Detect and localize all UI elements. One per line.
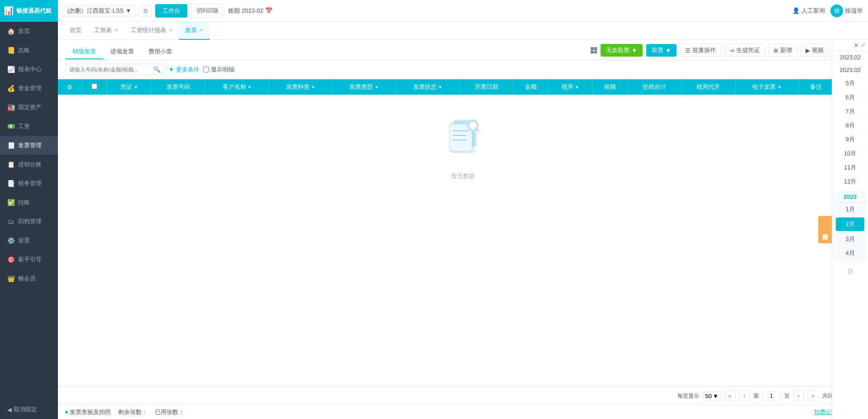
tax-rate-filter-icon[interactable]: ▼ (575, 85, 579, 90)
more-conditions-button[interactable]: ▼ 更多条件 (168, 66, 200, 74)
col-invoice-type: 发票种类 ▼ (269, 79, 332, 95)
sidebar-item-settings[interactable]: ⚙️ 设置 (0, 231, 58, 250)
last-page-button[interactable]: » (808, 390, 819, 401)
no-ticket-label: 无血取票 (606, 46, 630, 54)
logo-icon: 📊 (4, 6, 14, 16)
finance-icon: 💰 (7, 85, 14, 92)
tab-payroll-stats-label: 工资统计报表 (131, 26, 166, 34)
year-2023-section: 2023 1月 2月 3月 4月 (834, 191, 866, 261)
video-button[interactable]: ▶ 视频 (801, 43, 829, 57)
sidebar-item-invoice[interactable]: 🧾 发票管理 (0, 136, 58, 155)
sidebar-item-archive[interactable]: 🗂 归档管理 (0, 212, 58, 231)
content-area: 销项发票 进项发票 费用小票 无血取票 ▼ 取票 ▼ (58, 40, 868, 419)
date-item-11[interactable]: 11月 (832, 161, 868, 175)
date-item-2023-3[interactable]: 3月 (834, 232, 866, 246)
workbench-button[interactable]: 工作台 (155, 4, 187, 18)
tab-payroll-table[interactable]: 工资表 ✕ (88, 22, 124, 40)
settings-icon: ⚙️ (7, 237, 14, 244)
customer-filter-icon[interactable]: ▼ (248, 85, 252, 90)
check-dot (65, 411, 68, 414)
col-checkbox[interactable] (82, 79, 107, 95)
col-issue-date: 开票日期 (459, 79, 513, 95)
no-ticket-button[interactable]: 无血取票 ▼ (601, 44, 643, 57)
date-panel-close[interactable]: ✕ (854, 42, 859, 49)
prev-page-button[interactable]: ‹ (739, 390, 750, 401)
page-size-select[interactable]: 50 ▼ (703, 391, 720, 401)
date-item-5[interactable]: 5月 (832, 77, 868, 91)
date-item-2023-02-top2[interactable]: 2023.02 (832, 64, 868, 77)
open-period-button[interactable]: 开账日期 (818, 216, 832, 243)
date-item-8[interactable]: 8月 (832, 119, 868, 133)
invoice-category-filter-icon[interactable]: ▼ (374, 85, 379, 90)
grid-view-icon[interactable] (591, 47, 597, 53)
invoice-type-filter-icon[interactable]: ▼ (311, 85, 315, 90)
date-panel-bottom-icon[interactable]: ⊙ (832, 263, 868, 279)
filter-icon: ▼ (168, 66, 174, 73)
sidebar-item-guide[interactable]: 🎯 新手引导 (0, 250, 58, 269)
sidebar-item-member[interactable]: 👑 畅会员 (0, 269, 58, 288)
ticket-button[interactable]: 取票 ▼ (646, 44, 677, 57)
sidebar-item-home[interactable]: 🏠 首页 (0, 22, 58, 41)
date-panel-expand[interactable]: ⤢ (861, 42, 865, 48)
tab-invoice[interactable]: 发票 ✕ (179, 22, 210, 40)
sidebar-item-tax[interactable]: 📑 税务管理 (0, 174, 58, 193)
search-input[interactable] (69, 67, 151, 73)
show-detail-toggle[interactable]: 显示明细 (203, 66, 234, 74)
subtab-purchase-invoice[interactable]: 进项发票 (103, 45, 141, 59)
new-button[interactable]: ⊕ 新增 (768, 43, 797, 57)
tab-home[interactable]: 首页 (63, 22, 88, 40)
voucher-filter-icon[interactable]: ▼ (134, 85, 138, 90)
next-page-button[interactable]: › (793, 390, 804, 401)
tab-payroll-table-close[interactable]: ✕ (114, 28, 118, 33)
copy-icon-btn[interactable]: ⧉ (139, 5, 152, 17)
tab-home-label: 首页 (70, 26, 81, 34)
tab-invoice-close[interactable]: ✕ (200, 28, 203, 33)
avatar-initial: 徐 (834, 7, 840, 15)
show-detail-checkbox[interactable] (203, 67, 209, 72)
reports-icon: 📈 (7, 66, 14, 73)
subtab-expense-receipt[interactable]: 费用小票 (141, 45, 179, 59)
date-item-12[interactable]: 12月 (832, 175, 868, 189)
sidebar-item-fixed-assets[interactable]: 🏭 固定资产 (0, 98, 58, 117)
date-item-2023-02-top1[interactable]: 2023.02 (832, 51, 868, 64)
col-settings[interactable]: ⚙ (58, 79, 82, 95)
remaining-label: 剩余张数： (118, 408, 148, 416)
generate-voucher-button[interactable]: ⇒ 生成凭证 (725, 43, 765, 57)
customer-service[interactable]: 👤 人工客询 (792, 7, 825, 15)
sidebar-item-close-accounts[interactable]: ✅ 结账 (0, 193, 58, 212)
sidebar-unpin[interactable]: ◀ 取消固定 (0, 400, 58, 419)
date-panel-header: ✕ ⤢ (832, 40, 868, 51)
page-number-input[interactable] (763, 391, 781, 400)
company-selector[interactable]: (勿删）江西股宝-LSS ▼ (63, 5, 135, 17)
sidebar-item-reports[interactable]: 📈 报表中心 (0, 60, 58, 79)
batch-ops-button[interactable]: ☰ 批量操作 (680, 43, 721, 57)
date-item-9[interactable]: 9月 (832, 133, 868, 147)
e-invoice-filter-icon[interactable]: ▼ (777, 85, 782, 90)
first-page-button[interactable]: « (725, 390, 735, 401)
date-item-10[interactable]: 10月 (832, 147, 868, 161)
user-menu[interactable]: 徐 徐溢华 (830, 5, 863, 17)
empty-icon (440, 113, 486, 167)
invoice-status-filter-icon[interactable]: ▼ (438, 85, 443, 90)
tab-payroll-stats-close[interactable]: ✕ (169, 28, 172, 33)
col-invoice-no: 发票号码 (152, 79, 205, 95)
tab-payroll-stats[interactable]: 工资统计报表 ✕ (124, 22, 179, 40)
date-item-6[interactable]: 6月 (832, 91, 868, 105)
topbar-right: 👤 人工客询 徐 徐溢华 (792, 5, 863, 17)
home-icon: 🏠 (7, 28, 14, 35)
subtab-sales-invoice[interactable]: 销项发票 (65, 45, 103, 59)
sidebar-item-finance[interactable]: 💰 资金管理 (0, 79, 58, 98)
sidebar-item-payroll[interactable]: 💵 工资 (0, 117, 58, 136)
date-item-2023-2[interactable]: 2月 (836, 217, 864, 231)
sidebar-item-sales-ledger[interactable]: 📋 进销台账 (0, 155, 58, 174)
page-unit: 页 (784, 392, 790, 400)
date-item-7[interactable]: 7月 (832, 105, 868, 119)
select-all-checkbox[interactable] (91, 83, 97, 89)
fixed-assets-icon: 🏭 (7, 104, 14, 111)
date-item-2023-1[interactable]: 1月 (834, 202, 866, 217)
sidebar-item-ledger[interactable]: 📒 总账 (0, 41, 58, 60)
more-conditions-label: 更多条件 (176, 66, 200, 74)
date-item-2023-4[interactable]: 4月 (834, 246, 866, 260)
switch-version-button[interactable]: 切到旧版 (191, 4, 224, 18)
table-header: ⚙ 凭证 ▼ 发票号码 客户名 (58, 79, 868, 95)
